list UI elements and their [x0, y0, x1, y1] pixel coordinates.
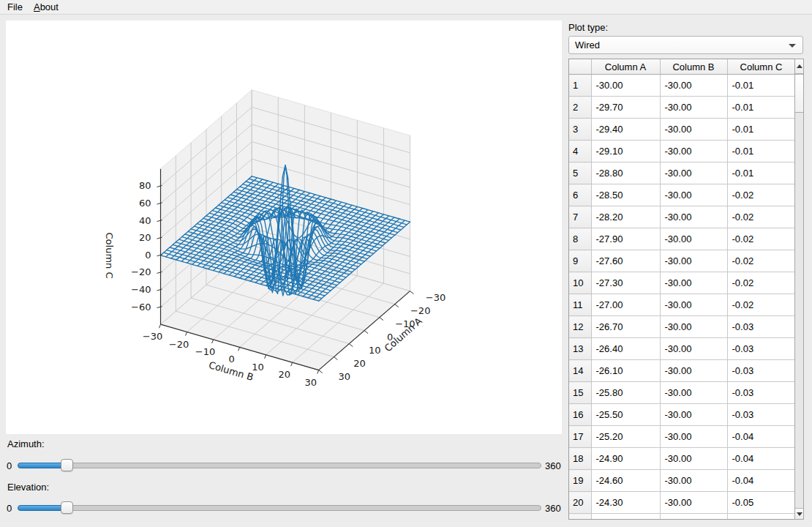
table-cell[interactable]: -0.01: [727, 141, 795, 162]
svg-text:−10: −10: [195, 346, 215, 357]
table-cell[interactable]: -0.02: [727, 250, 795, 272]
row-number-cell[interactable]: 3: [569, 119, 591, 141]
column-a-header[interactable]: Column A: [591, 59, 660, 75]
table-cell[interactable]: -26.10: [591, 360, 660, 382]
table-cell[interactable]: -0.01: [727, 162, 795, 184]
table-cell[interactable]: -26.40: [591, 338, 660, 360]
table-cell[interactable]: -30.00: [660, 426, 727, 448]
table-cell[interactable]: [591, 514, 660, 520]
table-cell[interactable]: -24.60: [591, 470, 660, 492]
row-number-cell[interactable]: 15: [569, 382, 591, 404]
row-number-cell[interactable]: 8: [569, 228, 591, 250]
row-number-cell[interactable]: 7: [569, 206, 591, 228]
table-cell[interactable]: -27.90: [591, 228, 660, 250]
table-cell[interactable]: -30.00: [660, 75, 727, 97]
table-cell[interactable]: -30.00: [591, 75, 660, 97]
table-cell[interactable]: -30.00: [660, 250, 727, 272]
row-number-cell[interactable]: 19: [569, 470, 591, 492]
table-cell[interactable]: -30.00: [660, 294, 727, 316]
table-cell[interactable]: -0.03: [727, 338, 795, 360]
table-cell[interactable]: -29.40: [591, 119, 660, 141]
row-number-cell[interactable]: 16: [569, 404, 591, 426]
table-cell[interactable]: -27.30: [591, 272, 660, 294]
table-cell[interactable]: -30.00: [660, 360, 727, 382]
table-cell[interactable]: -30.00: [660, 404, 727, 426]
scroll-down-button[interactable]: [795, 508, 803, 519]
table-cell[interactable]: -30.00: [660, 206, 727, 228]
row-number-cell[interactable]: 14: [569, 360, 591, 382]
table-cell[interactable]: -30.00: [660, 272, 727, 294]
elevation-slider-handle[interactable]: [61, 501, 73, 514]
table-cell[interactable]: -29.70: [591, 97, 660, 119]
table-cell[interactable]: -30.00: [660, 448, 727, 470]
table-cell[interactable]: -27.60: [591, 250, 660, 272]
plot-canvas[interactable]: −30−20−100102030−30−20−10010203080604020…: [6, 20, 562, 434]
table-cell[interactable]: -30.00: [660, 141, 727, 162]
elevation-slider[interactable]: [18, 505, 541, 511]
row-number-cell[interactable]: 2: [569, 97, 591, 119]
table-cell[interactable]: -0.03: [727, 382, 795, 404]
scrollbar-thumb[interactable]: [795, 74, 803, 113]
table-cell[interactable]: -27.00: [591, 294, 660, 316]
table-cell[interactable]: [660, 514, 727, 520]
row-number-cell[interactable]: 4: [569, 141, 591, 162]
column-b-header[interactable]: Column B: [660, 59, 727, 75]
table-cell[interactable]: -25.50: [591, 404, 660, 426]
menu-item-file[interactable]: File: [7, 1, 23, 12]
table-cell[interactable]: -0.02: [727, 272, 795, 294]
table-cell[interactable]: -28.50: [591, 184, 660, 206]
table-cell[interactable]: -30.00: [660, 97, 727, 119]
menu-item-about[interactable]: About: [34, 1, 59, 12]
table-cell[interactable]: -30.00: [660, 162, 727, 184]
table-cell[interactable]: -25.20: [591, 426, 660, 448]
table-cell[interactable]: -24.90: [591, 448, 660, 470]
table-cell[interactable]: -24.30: [591, 492, 660, 514]
table-cell[interactable]: -0.02: [727, 206, 795, 228]
table-cell[interactable]: -0.03: [727, 316, 795, 338]
row-number-cell[interactable]: 9: [569, 250, 591, 272]
table-cell[interactable]: -0.01: [727, 97, 795, 119]
table-cell[interactable]: -30.00: [660, 119, 727, 141]
table-cell[interactable]: -0.03: [727, 404, 795, 426]
row-number-cell[interactable]: 17: [569, 426, 591, 448]
row-number-cell[interactable]: [569, 514, 591, 520]
row-number-cell[interactable]: 5: [569, 162, 591, 184]
column-c-header[interactable]: Column C: [727, 59, 795, 75]
table-cell[interactable]: -0.02: [727, 228, 795, 250]
table-cell[interactable]: -30.00: [660, 316, 727, 338]
table-scrollbar[interactable]: [794, 59, 804, 520]
table-cell[interactable]: -26.70: [591, 316, 660, 338]
row-number-cell[interactable]: 18: [569, 448, 591, 470]
table-cell[interactable]: -0.02: [727, 184, 795, 206]
table-cell[interactable]: -0.01: [727, 119, 795, 141]
table-cell[interactable]: -0.02: [727, 294, 795, 316]
plot-type-combobox[interactable]: Wired: [568, 36, 803, 54]
table-cell[interactable]: -29.10: [591, 141, 660, 162]
table-cell[interactable]: -30.00: [660, 184, 727, 206]
table-cell[interactable]: -30.00: [660, 470, 727, 492]
table-cell[interactable]: -0.04: [727, 470, 795, 492]
table-cell[interactable]: -0.05: [727, 492, 795, 514]
azimuth-slider-handle[interactable]: [61, 459, 73, 471]
row-number-cell[interactable]: 6: [569, 184, 591, 206]
table-cell[interactable]: -25.80: [591, 382, 660, 404]
table-cell[interactable]: -0.01: [727, 75, 795, 97]
table-cell[interactable]: -0.04: [727, 448, 795, 470]
table-cell[interactable]: -30.00: [660, 338, 727, 360]
table-cell[interactable]: -30.00: [660, 228, 727, 250]
row-number-cell[interactable]: 11: [569, 294, 591, 316]
row-number-cell[interactable]: 13: [569, 338, 591, 360]
table-cell[interactable]: [727, 514, 795, 520]
row-number-cell[interactable]: 20: [569, 492, 591, 514]
scroll-up-button[interactable]: [795, 59, 803, 74]
table-cell[interactable]: -28.20: [591, 206, 660, 228]
table-cell[interactable]: -0.04: [727, 426, 795, 448]
table-cell[interactable]: -28.80: [591, 162, 660, 184]
azimuth-slider[interactable]: [18, 463, 541, 468]
table-cell[interactable]: -0.03: [727, 360, 795, 382]
row-number-cell[interactable]: 1: [569, 75, 591, 97]
row-number-cell[interactable]: 10: [569, 272, 591, 294]
row-number-cell[interactable]: 12: [569, 316, 591, 338]
table-cell[interactable]: -30.00: [660, 492, 727, 514]
table-cell[interactable]: -30.00: [660, 382, 727, 404]
